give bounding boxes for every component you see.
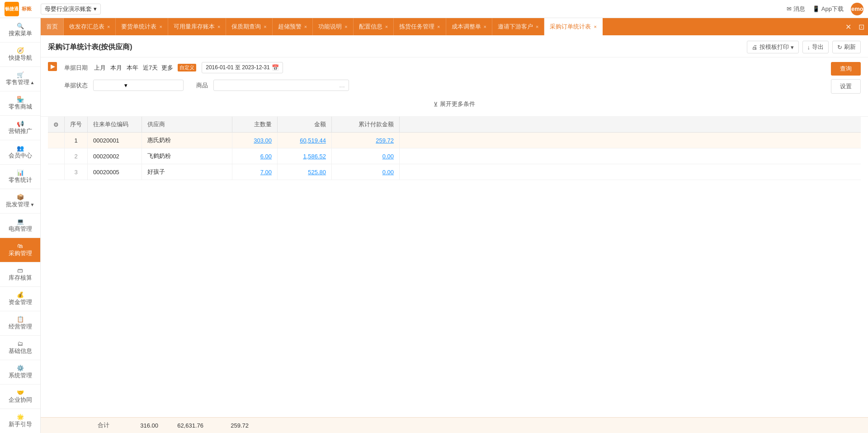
tab-recv-send-close-icon[interactable]: × (107, 24, 110, 29)
tab-config-info[interactable]: 配置信息 × (354, 18, 394, 35)
date-more-button[interactable]: 更多 (161, 64, 173, 72)
sidebar-item-member[interactable]: 👥 会员中心 (0, 140, 40, 165)
row-supplier: 飞鹤奶粉 (142, 148, 232, 164)
tab-order-stats-close-icon[interactable]: × (159, 24, 162, 29)
operations-icon: 📋 (2, 316, 38, 323)
chevron-down-icon: ▼ (30, 202, 35, 207)
workspace-selector[interactable]: 母婴行业演示账套 ▾ (41, 4, 101, 14)
message-button[interactable]: ✉ 消息 (787, 5, 805, 13)
sidebar-item-wholesale[interactable]: 📦 批发管理 ▼ (0, 189, 40, 214)
row-supplier: 惠氏奶粉 (142, 133, 232, 148)
tab-purchase-stats-close-icon[interactable]: × (594, 24, 596, 29)
row-amount[interactable]: 1,586.52 (278, 148, 332, 164)
tab-invite-downstream-close-icon[interactable]: × (536, 24, 538, 29)
row-settings (48, 133, 65, 148)
sidebar-item-purchase[interactable]: 🛍 采购管理 (0, 238, 40, 262)
sidebar-item-ecommerce[interactable]: 💻 电商管理 (0, 214, 40, 238)
query-button[interactable]: 查询 (831, 62, 861, 76)
sidebar-item-basics[interactable]: 🗂 基础信息 (0, 336, 40, 360)
shortcut-this-month[interactable]: 本月 (109, 64, 123, 72)
expand-filter-button[interactable]: ⊻ 展开更多条件 (428, 98, 481, 110)
tab-more-icon[interactable]: ⊡ (855, 21, 868, 33)
tab-purchase-stats[interactable]: 采购订单统计表 × (544, 18, 602, 35)
tab-invite-downstream[interactable]: 邀请下游客户 × (492, 18, 544, 35)
footer-paid-value: 259.72 (209, 422, 254, 429)
goods-input[interactable]: … (213, 80, 349, 91)
row-amount[interactable]: 525.80 (278, 164, 332, 180)
sidebar-item-quick-nav-label: 快捷导航 (2, 54, 38, 62)
tab-cost-adjust-close-icon[interactable]: × (484, 24, 486, 29)
tab-overstock-close-icon[interactable]: × (304, 24, 307, 29)
row-paid[interactable]: 0.00 (332, 148, 400, 164)
tab-warranty-close-icon[interactable]: × (264, 24, 266, 29)
filter-top-row: ▶ 单据日期 上月 本月 本年 近7天 更多 自定义 (48, 62, 861, 95)
filter-status-goods-row: 单据状态 ▾ 商品 … (64, 80, 349, 91)
tab-home[interactable]: 首页 (41, 18, 64, 35)
date-label: 单据日期 (64, 64, 88, 72)
goods-more-icon[interactable]: … (339, 82, 345, 89)
tab-cost-adjust[interactable]: 成本调整单 × (446, 18, 492, 35)
top-bar: 畅捷通好生意 标账 母婴行业演示账套 ▾ ✉ 消息 📱 App下载 demo2 (0, 0, 868, 18)
row-amount[interactable]: 60,519.44 (278, 133, 332, 148)
tab-func-desc[interactable]: 功能说明 × (313, 18, 353, 35)
sidebar-item-quick-nav[interactable]: 🧭 快捷导航 (0, 43, 40, 67)
tab-config-info-close-icon[interactable]: × (385, 24, 388, 29)
sidebar-item-retail-mgmt[interactable]: 🛒 零售管理 ▲ (0, 67, 40, 91)
sidebar-item-retail-mall[interactable]: 🏪 零售商城 (0, 91, 40, 116)
sidebar-item-enterprise-collab[interactable]: 🤝 企业协同 (0, 385, 40, 409)
tab-func-desc-close-icon[interactable]: × (344, 24, 347, 29)
sidebar-item-search[interactable]: 🔍 搜索菜单 (0, 18, 40, 43)
avatar[interactable]: demo2 (851, 3, 863, 15)
tab-usable-inventory[interactable]: 可用量库存账本 × (168, 18, 226, 35)
col-code-header: 往来单位编码 (88, 117, 142, 133)
col-settings[interactable]: ⚙ (48, 117, 65, 133)
sidebar-item-marketing[interactable]: 📢 营销推广 (0, 116, 40, 140)
search-icon: 🔍 (2, 23, 38, 29)
tab-overstock[interactable]: 超储预警 × (273, 18, 313, 35)
sidebar-item-retail-stats[interactable]: 📊 零售统计 (0, 165, 40, 189)
refresh-button[interactable]: ↻ 刷新 (832, 41, 861, 53)
tab-warranty[interactable]: 保质期查询 × (226, 18, 272, 35)
sidebar: 🔍 搜索菜单 🧭 快捷导航 🛒 零售管理 ▲ 🏪 零售商城 📢 营销推广 👥 会… (0, 18, 41, 433)
expand-more-row: ⊻ 展开更多条件 (48, 96, 861, 112)
sidebar-item-inventory[interactable]: 🗃 库存核算 (0, 262, 40, 287)
sidebar-item-system[interactable]: ⚙️ 系统管理 (0, 360, 40, 385)
row-settings (48, 164, 65, 180)
shortcut-7days[interactable]: 近7天 (142, 64, 159, 72)
footer-qty-value: 316.00 (118, 422, 164, 429)
mall-icon: 🏪 (2, 96, 38, 103)
tab-usable-inventory-close-icon[interactable]: × (217, 24, 220, 29)
export-button[interactable]: ↓ 导出 (802, 41, 829, 53)
status-select[interactable]: ▾ (93, 80, 184, 91)
top-bar-right: ✉ 消息 📱 App下载 demo2 (787, 3, 863, 15)
tab-recv-send[interactable]: 收发存汇总表 × (64, 18, 116, 35)
tab-invite-downstream-label: 邀请下游客户 (498, 23, 533, 31)
row-num: 3 (65, 164, 88, 180)
row-paid[interactable]: 0.00 (332, 164, 400, 180)
row-qty[interactable]: 6.00 (232, 148, 278, 164)
basics-icon: 🗂 (2, 340, 38, 347)
sidebar-item-operations[interactable]: 📋 经营管理 (0, 311, 40, 336)
row-qty[interactable]: 7.00 (232, 164, 278, 180)
print-button[interactable]: 🖨 按模板打印 ▾ (747, 41, 799, 53)
setting-button[interactable]: 设置 (831, 79, 861, 94)
app-download-label: App下载 (821, 5, 844, 13)
expand-down-icon: ⊻ (434, 101, 438, 108)
sidebar-item-newcomer[interactable]: 🌟 新手引导 (0, 409, 40, 433)
tab-pick-task-close-icon[interactable]: × (437, 24, 440, 29)
shortcut-this-year[interactable]: 本年 (126, 64, 139, 72)
sidebar-item-ecommerce-label: 电商管理 (2, 225, 38, 233)
shortcut-last-month[interactable]: 上月 (93, 64, 107, 72)
app-download-button[interactable]: 📱 App下载 (812, 5, 844, 13)
sidebar-item-finance[interactable]: 💰 资金管理 (0, 287, 40, 311)
print-arrow-icon: ▾ (791, 44, 794, 51)
tab-order-stats[interactable]: 要货单统计表 × (116, 18, 168, 35)
row-paid[interactable]: 259.72 (332, 133, 400, 148)
toggle-filter-button[interactable]: ▶ (48, 62, 57, 71)
tab-close-all-icon[interactable]: ✕ (842, 21, 855, 33)
sidebar-item-search-label: 搜索菜单 (2, 29, 38, 38)
tab-pick-task[interactable]: 拣货任务管理 × (394, 18, 446, 35)
row-num: 1 (65, 133, 88, 148)
table-header-row: ⚙ 序号 往来单位编码 供应商 主数量 金额 累计付款金额 (48, 117, 861, 133)
row-qty[interactable]: 303.00 (232, 133, 278, 148)
